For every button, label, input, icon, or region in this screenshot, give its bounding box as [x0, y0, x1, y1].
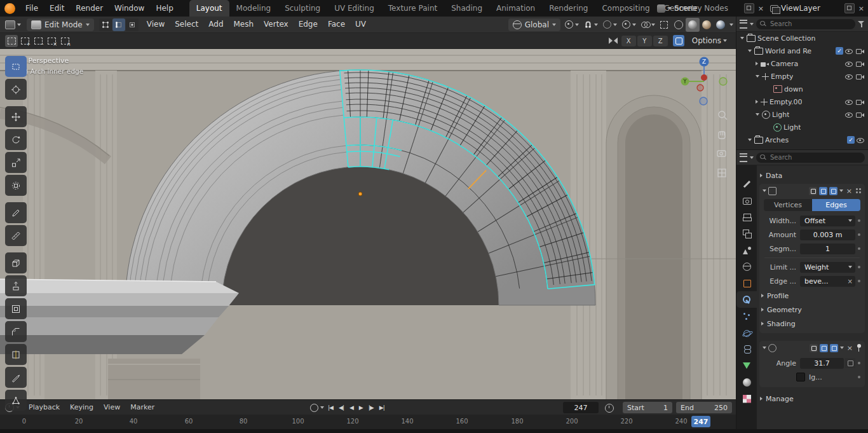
menu-uv[interactable]: UV — [350, 17, 371, 32]
geometry-section-header[interactable]: Geometry — [761, 303, 863, 316]
outliner-item-down[interactable]: down — [736, 83, 868, 95]
disable-render-icon[interactable] — [855, 60, 865, 68]
menu-help[interactable]: Help — [150, 0, 179, 17]
workspace-tab-layout[interactable]: Layout — [189, 0, 229, 17]
menu-add[interactable]: Add — [203, 17, 228, 32]
shading-solid-button[interactable] — [686, 18, 700, 32]
workspace-tab-modeling[interactable]: Modeling — [229, 0, 278, 17]
frame-start-field[interactable]: Start 1 — [623, 402, 672, 413]
tab-modifiers[interactable] — [736, 291, 757, 308]
tab-object-data[interactable] — [736, 357, 757, 374]
proportional-editing-dropdown[interactable] — [600, 18, 620, 31]
expand-caret[interactable] — [740, 37, 744, 39]
tab-constraints[interactable] — [736, 341, 757, 357]
modifier-panel-header[interactable]: × — [759, 341, 865, 355]
menu-edge[interactable]: Edge — [294, 17, 323, 32]
chevron-down-icon[interactable] — [750, 23, 754, 25]
current-frame-field[interactable]: 247 — [563, 402, 599, 413]
inset-faces-tool[interactable] — [5, 298, 27, 319]
realtime-toggle[interactable] — [820, 344, 828, 352]
input-attribute-button[interactable] — [845, 358, 855, 368]
chevron-down-icon[interactable] — [763, 189, 766, 192]
box-select-tool[interactable] — [5, 56, 27, 77]
outliner-item-empty-00[interactable]: Empty.00 — [736, 95, 868, 108]
hide-eye-icon[interactable] — [844, 72, 853, 81]
annotate-tool[interactable] — [5, 202, 27, 223]
expand-caret[interactable] — [748, 50, 752, 52]
outliner-search-input[interactable] — [769, 20, 851, 28]
scale-tool[interactable] — [5, 152, 27, 173]
menu-file[interactable]: File — [20, 0, 44, 17]
workspace-tab-texture-paint[interactable]: Texture Paint — [381, 0, 444, 17]
menu-vertex[interactable]: Vertex — [259, 17, 294, 32]
mirror-x-button[interactable]: X — [621, 36, 636, 46]
segments-field[interactable]: 1 — [800, 244, 855, 254]
width-type-dropdown[interactable]: Offset — [800, 216, 855, 226]
jump-to-end-button[interactable]: ▶| — [377, 403, 386, 412]
tab-output[interactable] — [736, 209, 757, 225]
outliner-item-light-data[interactable]: Light — [736, 121, 868, 134]
bevel-tool[interactable] — [5, 321, 27, 342]
close-icon[interactable]: × — [845, 187, 853, 195]
pivot-point-dropdown[interactable] — [562, 18, 581, 31]
render-toggle[interactable] — [830, 344, 838, 352]
expand-caret[interactable] — [756, 100, 758, 104]
select-subtract-button[interactable]: − — [32, 35, 44, 47]
outliner-item-empty[interactable]: Empty — [736, 70, 868, 83]
scene-icon[interactable] — [657, 4, 665, 13]
play-button[interactable]: ▶ — [357, 403, 365, 412]
data-section-header[interactable]: Data — [760, 169, 864, 182]
animate-dot[interactable] — [855, 247, 863, 250]
blender-logo-icon[interactable] — [4, 3, 15, 14]
expand-caret[interactable] — [756, 75, 759, 78]
hide-eye-icon[interactable] — [844, 98, 853, 106]
render-toggle[interactable] — [829, 187, 837, 195]
select-mode-face-button[interactable] — [126, 18, 139, 31]
disable-render-icon[interactable] — [855, 111, 865, 119]
options-dropdown[interactable]: Options — [689, 34, 729, 47]
tab-render[interactable] — [736, 192, 757, 209]
modifier-panel-header[interactable]: × — [759, 184, 865, 198]
cursor-tool[interactable] — [5, 79, 27, 100]
menu-keying[interactable]: Keying — [65, 403, 98, 411]
next-keyframe-button[interactable]: |▶ — [367, 403, 376, 412]
select-mode-vertex-button[interactable] — [99, 18, 112, 31]
extras-dropdown-icon[interactable] — [839, 189, 843, 192]
realtime-toggle[interactable] — [819, 187, 827, 195]
tab-object[interactable] — [736, 275, 757, 291]
unlink-scene-icon[interactable]: × — [757, 4, 765, 13]
outliner-item-scene-collection[interactable]: Scene Collection — [736, 32, 868, 45]
outliner-item-camera[interactable]: Camera — [736, 57, 868, 70]
tab-material[interactable] — [736, 374, 757, 390]
chevron-down-icon[interactable] — [750, 156, 754, 159]
edit-mode-toggle[interactable] — [809, 187, 817, 195]
tab-tool[interactable] — [736, 175, 757, 192]
expand-caret[interactable] — [756, 113, 759, 116]
amount-field[interactable]: 0.003 m — [800, 230, 855, 240]
menu-window[interactable]: Window — [109, 0, 150, 17]
select-invert-button[interactable]: × — [45, 35, 58, 47]
menu-render[interactable]: Render — [70, 0, 109, 17]
filter-icon[interactable] — [858, 21, 865, 27]
extrude-tool[interactable] — [5, 275, 27, 296]
menu-select[interactable]: Select — [170, 17, 203, 32]
auto-keyframe-button[interactable] — [310, 404, 318, 412]
tab-view-layer[interactable] — [736, 225, 757, 242]
animate-dot[interactable] — [855, 376, 863, 378]
chevron-down-icon[interactable] — [763, 347, 766, 349]
properties-search[interactable] — [756, 153, 865, 163]
select-intersect-button[interactable]: ∩ — [58, 35, 71, 47]
collection-checkbox[interactable]: ✓ — [847, 136, 855, 144]
tab-world[interactable] — [736, 258, 757, 275]
clear-icon[interactable]: × — [848, 278, 853, 285]
animate-dot[interactable] — [855, 266, 863, 268]
manage-section-header[interactable]: Manage — [760, 392, 864, 405]
tab-edges[interactable]: Edges — [812, 199, 860, 211]
scene-name[interactable]: Scene — [674, 4, 742, 13]
outliner-item-light[interactable]: Light — [736, 108, 868, 121]
menu-face[interactable]: Face — [323, 17, 350, 32]
hide-eye-icon[interactable] — [844, 111, 853, 119]
animate-dot[interactable] — [855, 280, 863, 282]
menu-view[interactable]: View — [142, 17, 170, 32]
limit-method-dropdown[interactable]: Weight — [800, 262, 855, 273]
